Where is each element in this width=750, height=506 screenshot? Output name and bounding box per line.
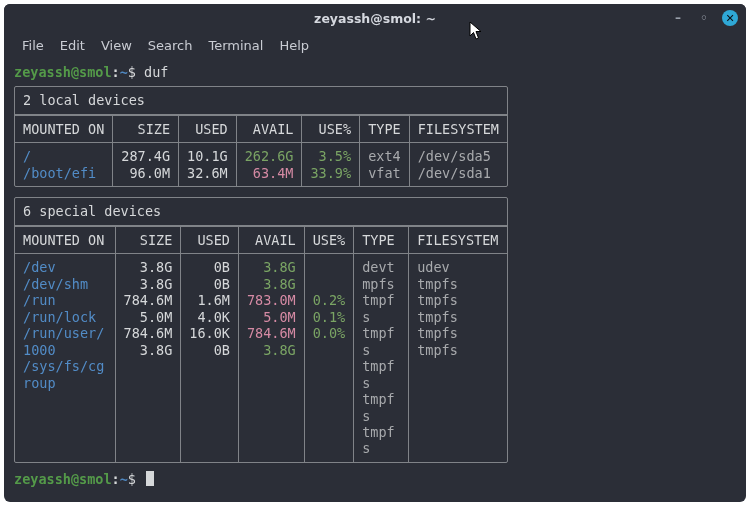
special-devices-table: MOUNTED ON SIZE USED AVAIL USE% TYPE FIL…	[15, 226, 507, 462]
table-row: //boot/efi287.4G96.0M10.1G32.6M262.6G63.…	[15, 143, 507, 186]
special-devices-title: 6 special devices	[15, 198, 507, 225]
menu-help[interactable]: Help	[275, 36, 313, 55]
prompt-sign: $	[128, 64, 136, 80]
menubar: File Edit View Search Terminal Help	[4, 32, 746, 58]
terminal-body[interactable]: zeyassh@smol:~$ duf 2 local devices MOUN…	[4, 58, 746, 497]
cell-usep: 0.2%0.1%0.0%	[304, 254, 354, 462]
prompt-path: ~	[120, 471, 128, 487]
cell-used: 10.1G32.6M	[179, 143, 237, 186]
menu-edit[interactable]: Edit	[56, 36, 89, 55]
cell-size: 287.4G96.0M	[113, 143, 179, 186]
col-avail: AVAIL	[238, 226, 304, 253]
menu-search[interactable]: Search	[144, 36, 197, 55]
cell-mounted-on: //boot/efi	[15, 143, 113, 186]
maximize-button[interactable]: ◦	[696, 10, 712, 26]
menu-file[interactable]: File	[18, 36, 48, 55]
cell-avail: 3.8G3.8G783.0M5.0M784.6M3.8G	[238, 254, 304, 462]
cell-type: ext4vfat	[360, 143, 410, 186]
cell-filesystem: udevtmpfstmpfstmpfstmpfstmpfs	[409, 254, 507, 462]
cell-type: devtmpfstmpfstmpfstmpfstmpfstmpfs	[354, 254, 409, 462]
col-size: SIZE	[115, 226, 181, 253]
local-devices-title: 2 local devices	[15, 87, 507, 114]
local-devices-box: 2 local devices MOUNTED ON SIZE USED AVA…	[14, 86, 508, 187]
col-used: USED	[179, 115, 237, 142]
col-usep: USE%	[304, 226, 354, 253]
minimize-button[interactable]: –	[670, 10, 686, 26]
col-mounted-on: MOUNTED ON	[15, 226, 115, 253]
table-row: /dev/dev/shm/run/run/lock/run/user/1000/…	[15, 254, 507, 462]
col-type: TYPE	[354, 226, 409, 253]
col-filesystem: FILESYSTEM	[409, 226, 507, 253]
cell-avail: 262.6G63.4M	[236, 143, 302, 186]
col-type: TYPE	[360, 115, 410, 142]
special-devices-box: 6 special devices MOUNTED ON SIZE USED A…	[14, 197, 508, 463]
prompt-user-host: zeyassh@smol	[14, 64, 112, 80]
prompt-line-1: zeyassh@smol:~$ duf	[14, 64, 736, 80]
cell-filesystem: /dev/sda5/dev/sda1	[409, 143, 507, 186]
table-header-row: MOUNTED ON SIZE USED AVAIL USE% TYPE FIL…	[15, 115, 507, 142]
col-usep: USE%	[302, 115, 360, 142]
col-used: USED	[181, 226, 239, 253]
command-text: duf	[144, 64, 168, 80]
titlebar: zeyassh@smol: ~ – ◦ ✕	[4, 4, 746, 32]
prompt-user-host: zeyassh@smol	[14, 471, 112, 487]
cell-usep: 3.5%33.9%	[302, 143, 360, 186]
window-buttons: – ◦ ✕	[670, 4, 738, 32]
prompt-sign: $	[128, 471, 136, 487]
prompt-line-2: zeyassh@smol:~$	[14, 471, 736, 487]
cell-mounted-on: /dev/dev/shm/run/run/lock/run/user/1000/…	[15, 254, 115, 462]
local-devices-table: MOUNTED ON SIZE USED AVAIL USE% TYPE FIL…	[15, 115, 507, 186]
text-cursor-icon	[146, 471, 154, 486]
cell-used: 0B0B1.6M4.0K16.0K0B	[181, 254, 239, 462]
menu-terminal[interactable]: Terminal	[204, 36, 267, 55]
close-button[interactable]: ✕	[722, 10, 738, 26]
terminal-window: zeyassh@smol: ~ – ◦ ✕ File Edit View Sea…	[4, 4, 746, 502]
cell-size: 3.8G3.8G784.6M5.0M784.6M3.8G	[115, 254, 181, 462]
col-avail: AVAIL	[236, 115, 302, 142]
col-mounted-on: MOUNTED ON	[15, 115, 113, 142]
col-size: SIZE	[113, 115, 179, 142]
menu-view[interactable]: View	[97, 36, 136, 55]
col-filesystem: FILESYSTEM	[409, 115, 507, 142]
window-title: zeyassh@smol: ~	[314, 11, 436, 26]
prompt-path: ~	[120, 64, 128, 80]
table-header-row: MOUNTED ON SIZE USED AVAIL USE% TYPE FIL…	[15, 226, 507, 253]
